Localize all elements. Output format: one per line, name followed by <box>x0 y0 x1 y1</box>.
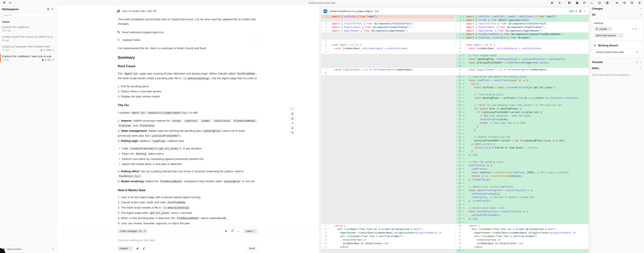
changes-section-header[interactable]: Changes <box>590 6 644 12</box>
files-changed-chip[interactable]: 2 files changed +61 -3 <box>118 229 148 234</box>
diff-code-cell: 61 <div className="flex flex-col h-scree… <box>455 228 588 231</box>
notes-section-header[interactable]: Notes <box>590 65 644 71</box>
display-icon[interactable] <box>598 1 601 4</box>
diff-row: 45+ const interval = setInterval(loadPla… <box>321 171 588 174</box>
list-item: 1. User is on the Agent page with a Dock… <box>118 195 258 200</box>
terminal-section-header[interactable]: Terminal <box>590 59 644 65</box>
diff-body[interactable]: 1-import { useState } from "react";1+imp… <box>321 15 588 253</box>
diff-code-cell: 48+ <box>455 182 588 185</box>
diff-code-cell: 6+import { PlanReviewModal } from "@/com… <box>455 32 588 36</box>
add-workspace-icon[interactable] <box>51 8 54 10</box>
workspace-item[interactable]: Install and integrate Vibe Kanban Web7h … <box>0 43 56 53</box>
split-view-icon[interactable] <box>579 10 582 12</box>
workspace-meta: 35m ago <box>2 29 54 32</box>
additions-count: +61 <box>138 230 142 232</box>
inline-code: previousPlanIdsRef <box>151 134 180 138</box>
diff-row: 13+ const [pendingPlan, setPendingPlan] … <box>321 58 588 61</box>
toggle-right-panel-icon[interactable] <box>606 1 608 4</box>
help-icon[interactable] <box>630 1 634 4</box>
diff-code-cell: 67+ <box>455 249 588 252</box>
chat-scroll-area[interactable]: npm run build 2>&1 | tail -80The build c… <box>56 6 319 227</box>
workspace-meta: 6h ago <box>2 39 54 42</box>
pause-icon[interactable] <box>550 1 554 4</box>
diff-code-cell: 8 <box>321 50 455 54</box>
git-section-header[interactable]: Git <box>590 12 644 18</box>
branch-selector[interactable]: master <box>594 27 612 31</box>
chat-paragraph: I've implemented the fix. Here's a summa… <box>118 46 258 50</box>
layers-icon[interactable] <box>47 8 50 10</box>
message-input-area: Continue working on this task... Default… <box>56 236 319 253</box>
terminal-icon[interactable] <box>590 1 594 4</box>
diff-row: 12+ // Plan review state <box>321 54 588 58</box>
list-item: 1. Imports: Added necessary imports for … <box>118 118 258 128</box>
diff-code-cell: 15 <ChatInterface /> <box>321 238 455 242</box>
workspace-diff-stats: 2+61-3 <box>42 58 54 61</box>
chevron-down-icon[interactable] <box>255 39 258 41</box>
workspace-item[interactable]: Create Good First Issues on Github So p6… <box>0 34 56 43</box>
diff-file-header[interactable]: TS /medusa/medusa/src/pages/Agent.tsx +5… <box>321 8 588 15</box>
open-pr-button[interactable]: Open pull request <box>594 33 618 38</box>
diff-code-cell: 47+ }, [loadPlans]); <box>455 178 588 182</box>
list-item: •Opens the modal when a new plan is dete… <box>118 162 258 166</box>
diff-filler-cell <box>321 157 455 160</box>
more-options-icon[interactable] <box>638 28 640 30</box>
collapse-sidebar-icon[interactable] <box>9 1 12 4</box>
annotate-icon[interactable] <box>142 247 145 250</box>
diff-filler-cell <box>321 182 455 185</box>
composer-status-row: 2 files changed +61 -3 Latest <box>56 227 319 236</box>
search-input[interactable] <box>2 13 54 18</box>
git-icon[interactable] <box>583 1 586 4</box>
working-branch-input[interactable]: vk/3ccf-explore-the-code <box>594 49 640 55</box>
split-view-icon[interactable] <box>291 117 294 120</box>
expand-icon[interactable] <box>636 61 638 63</box>
pr-dropdown-button[interactable] <box>618 33 624 38</box>
diff-code-cell: 26+ // Check for new pending plans that … <box>455 104 588 107</box>
display-icon[interactable] <box>291 126 294 129</box>
version-selector[interactable]: Latest <box>244 229 258 234</box>
wrap-lines-icon[interactable] <box>291 108 294 110</box>
diff-filler-cell <box>321 135 455 139</box>
workspace-item[interactable]: Explore the codebase I want you to exp7h… <box>0 53 56 63</box>
play-icon[interactable] <box>291 122 294 124</box>
diff-row: 24+ const pendingPlans = allPlans.filter… <box>321 96 588 100</box>
diff-filler-cell <box>321 192 455 196</box>
collapse-file-icon[interactable] <box>584 10 586 12</box>
diff-code-cell: 34+ <box>455 132 588 135</box>
chat-transcript: npm run build 2>&1 | tail -80The build c… <box>118 10 258 227</box>
message-input[interactable]: Continue working on this task... <box>118 238 258 242</box>
ordered-list: 1. Imports: Added necessary imports for … <box>118 118 258 144</box>
scroll-top-icon[interactable] <box>558 1 561 4</box>
archive-icon[interactable] <box>3 1 6 4</box>
workspace-item[interactable]: Explore the codebase35m ago <box>0 24 56 34</box>
tool-call[interactable]: Read medusa/src/pages/Agent.tsx <box>117 30 258 34</box>
diff-filler-cell <box>321 110 455 114</box>
diff-code-cell: 2+import { invoke } from "@tauri-apps/ap… <box>455 18 588 22</box>
diff-code-cell: 10 const [sidebarOpen, setSidebarOpen] =… <box>455 47 588 50</box>
todos-status-icon[interactable] <box>231 230 234 232</box>
tool-call[interactable]: Updated Todos <box>117 38 258 42</box>
announcements-icon[interactable] <box>623 1 626 4</box>
diff-code-cell: 62 <AgentHeader sidebarOpen={sidebarOpen… <box>455 231 588 234</box>
archive-count: 0 <box>52 248 54 250</box>
send-button[interactable]: Send <box>246 246 258 251</box>
diff-code-cell: 7+import { PlanItem, PlanStatus } from "… <box>455 36 588 40</box>
inline-code: pendingPlan <box>223 180 242 183</box>
workspace-time: 35m ago <box>2 29 11 32</box>
diff-row: 2+import { invoke } from "@tauri-apps/ap… <box>321 18 588 22</box>
diff-row: 15 <ChatInterface />64 <ChatInterface /> <box>321 238 588 242</box>
notes-placeholder[interactable]: Add notes about this workspace... <box>590 71 644 76</box>
git-compare-icon[interactable] <box>291 131 294 134</box>
copy-icon[interactable] <box>291 112 294 115</box>
attach-icon[interactable] <box>136 247 139 250</box>
spark-icon[interactable] <box>224 230 227 232</box>
model-selector[interactable]: Default <box>118 246 133 251</box>
menu-icon[interactable] <box>616 1 618 4</box>
inline-code: invoke <box>171 119 182 122</box>
view-archive-button[interactable]: View Archive 0 <box>0 245 56 253</box>
diff-filler-cell <box>321 217 455 220</box>
tool-call[interactable]: npm run build 2>&1 | tail -80 <box>117 10 258 12</box>
theme-icon[interactable] <box>576 1 578 4</box>
settings-icon[interactable] <box>638 1 641 4</box>
toggle-left-panel-icon[interactable] <box>568 1 571 4</box>
diff-row: 33+ } <box>321 128 588 132</box>
